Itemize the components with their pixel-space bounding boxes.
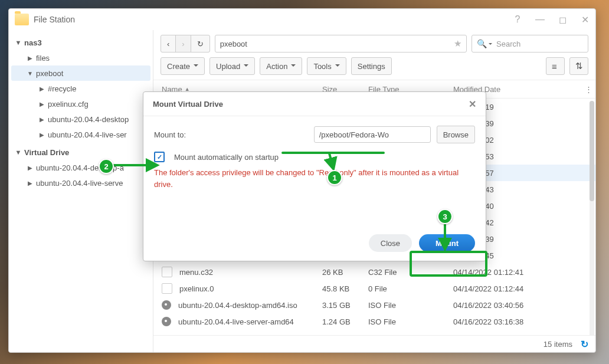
col-more-icon[interactable]: ⋮ bbox=[581, 85, 595, 94]
dialog-warning-text: The folder's access privilege will be ch… bbox=[154, 167, 475, 190]
path-text: pxeboot bbox=[220, 40, 247, 48]
window-titlebar: File Station ? — ◻ ✕ bbox=[9, 9, 595, 30]
tree-item-label: pxeboot bbox=[36, 69, 63, 78]
tree-root-virtual-drive[interactable]: ▼ Virtual Drive bbox=[11, 145, 150, 160]
tree-item-pxeboot[interactable]: ▼ pxeboot bbox=[11, 65, 150, 81]
chevron-right-icon: ▶ bbox=[38, 101, 45, 107]
status-bar: 15 items ↻ bbox=[153, 335, 595, 352]
chevron-right-icon: ▶ bbox=[27, 55, 34, 61]
annotation-badge-2: 2 bbox=[99, 159, 114, 174]
mount-virtual-drive-dialog: Mount Virtual Drive ✕ Mount to: /pxeboot… bbox=[143, 91, 486, 261]
file-icon bbox=[162, 267, 172, 277]
search-input[interactable]: 🔍 Search bbox=[472, 35, 588, 53]
tree-item-ubuntu-live-server[interactable]: ▶ ubuntu-20.04.4-live-ser bbox=[11, 127, 150, 142]
chevron-right-icon: ▶ bbox=[38, 86, 45, 92]
file-type: 0 File bbox=[368, 284, 453, 293]
sort-button[interactable]: ⇅ bbox=[569, 57, 588, 75]
file-name: menu.c32 bbox=[179, 268, 213, 277]
file-type: ISO File bbox=[368, 317, 453, 326]
tree-root-label: Virtual Drive bbox=[24, 148, 69, 157]
file-date: 04/14/2022 01:12:44 bbox=[453, 284, 595, 293]
file-size: 3.15 GB bbox=[322, 301, 368, 310]
file-date: 04/16/2022 03:16:38 bbox=[453, 317, 595, 326]
mount-to-input[interactable]: /pxeboot/Fedora-Wo bbox=[314, 126, 431, 143]
file-name: ubuntu-20.04.4-live-server-amd64 bbox=[178, 317, 294, 326]
annotation-box-mount bbox=[410, 251, 487, 277]
tree-item-pxelinux-cfg[interactable]: ▶ pxelinux.cfg bbox=[11, 96, 150, 112]
file-icon bbox=[162, 283, 172, 294]
settings-button[interactable]: Settings bbox=[351, 57, 392, 75]
action-button[interactable]: Action bbox=[260, 57, 302, 75]
browse-button[interactable]: Browse bbox=[437, 126, 475, 143]
tree-vd-item-2[interactable]: ▶ ubuntu-20.04.4-live-serve bbox=[11, 175, 150, 191]
file-date: 04/16/2022 03:40:56 bbox=[453, 301, 595, 310]
chevron-right-icon: ▶ bbox=[38, 132, 45, 138]
maximize-icon[interactable]: ◻ bbox=[558, 15, 567, 24]
upload-button[interactable]: Upload bbox=[209, 57, 255, 75]
nav-buttons: ‹ › ↻ bbox=[161, 35, 210, 53]
annotation-arrow-1 bbox=[323, 152, 341, 172]
chevron-down-icon: ▼ bbox=[15, 39, 22, 46]
close-button[interactable]: Close bbox=[369, 234, 412, 252]
create-button[interactable]: Create bbox=[161, 57, 205, 75]
status-reload-icon[interactable]: ↻ bbox=[581, 339, 588, 350]
tree-item-ubuntu-desktop[interactable]: ▶ ubuntu-20.04.4-desktop bbox=[11, 112, 150, 127]
dialog-close-icon[interactable]: ✕ bbox=[469, 99, 476, 110]
favorite-star-icon[interactable]: ★ bbox=[454, 38, 461, 49]
view-list-button[interactable]: ≡ bbox=[546, 57, 565, 75]
table-row[interactable]: pxelinux.045.8 KB0 File04/14/2022 01:12:… bbox=[153, 280, 595, 297]
window-title: File Station bbox=[34, 15, 75, 24]
file-name: pxelinux.0 bbox=[179, 284, 214, 293]
chevron-down-icon: ▼ bbox=[15, 149, 22, 156]
search-icon: 🔍 bbox=[477, 39, 487, 48]
search-placeholder: Search bbox=[496, 40, 520, 48]
file-name: ubuntu-20.04.4-desktop-amd64.iso bbox=[178, 301, 297, 310]
chevron-right-icon: ▶ bbox=[27, 180, 34, 186]
mount-to-value: /pxeboot/Fedora-Wo bbox=[319, 130, 389, 139]
sidebar: ▼ nas3 ▶ files ▼ pxeboot ▶ #recycle ▶ px… bbox=[9, 30, 153, 352]
tools-button[interactable]: Tools bbox=[307, 57, 346, 75]
chevron-right-icon: ▶ bbox=[38, 116, 45, 123]
file-size: 1.24 GB bbox=[322, 317, 368, 326]
file-size: 45.8 KB bbox=[322, 284, 368, 293]
close-icon[interactable]: ✕ bbox=[580, 15, 590, 24]
nav-back-button[interactable]: ‹ bbox=[161, 35, 176, 53]
annotation-badge-1: 1 bbox=[327, 170, 342, 185]
toolbar-row: Create Upload Action Tools Settings ≡ ⇅ bbox=[153, 57, 595, 80]
path-input[interactable]: pxeboot ★ bbox=[215, 35, 467, 53]
disc-icon bbox=[162, 300, 171, 310]
nav-forward-button[interactable]: › bbox=[175, 35, 191, 53]
tree-item-label: ubuntu-20.04.4-desktop bbox=[48, 115, 129, 124]
tree-item-files[interactable]: ▶ files bbox=[11, 50, 150, 65]
chevron-right-icon: ▶ bbox=[27, 165, 34, 171]
tree-item-label: ubuntu-20.04.4-live-serve bbox=[36, 179, 123, 188]
disc-icon bbox=[162, 317, 171, 326]
table-row[interactable]: menu.c3226 KBC32 File04/14/2022 01:12:41 bbox=[153, 264, 595, 280]
annotation-arrow-3 bbox=[440, 223, 452, 252]
dialog-title: Mount Virtual Drive bbox=[153, 100, 223, 109]
tree-item-label: files bbox=[36, 54, 50, 63]
auto-mount-label: Mount automatically on startup bbox=[174, 153, 279, 162]
table-row[interactable]: ubuntu-20.04.4-live-server-amd641.24 GBI… bbox=[153, 313, 595, 330]
annotation-arrow-2 bbox=[112, 159, 161, 171]
annotation-badge-3: 3 bbox=[437, 209, 453, 224]
tree-root-label: nas3 bbox=[24, 38, 42, 47]
dialog-header: Mount Virtual Drive ✕ bbox=[143, 92, 486, 116]
nav-reload-button[interactable]: ↻ bbox=[191, 35, 210, 53]
tree-item-label: ubuntu-20.04.4-live-ser bbox=[48, 130, 127, 139]
tree-item-label: #recycle bbox=[48, 84, 76, 93]
file-size: 26 KB bbox=[322, 268, 368, 277]
chevron-down-icon: ▼ bbox=[27, 70, 34, 77]
file-type: ISO File bbox=[368, 301, 453, 310]
mount-to-label: Mount to: bbox=[154, 130, 254, 139]
nav-row: ‹ › ↻ pxeboot ★ 🔍 Search bbox=[153, 30, 595, 57]
scrollbar[interactable] bbox=[590, 101, 594, 335]
table-row[interactable]: ubuntu-20.04.4-desktop-amd64.iso3.15 GBI… bbox=[153, 297, 595, 313]
app-icon bbox=[15, 14, 29, 25]
tree-item-recycle[interactable]: ▶ #recycle bbox=[11, 81, 150, 96]
tree-item-label: pxelinux.cfg bbox=[48, 100, 89, 109]
help-icon[interactable]: ? bbox=[513, 15, 522, 24]
minimize-icon[interactable]: — bbox=[535, 15, 545, 24]
tree-root-nas3[interactable]: ▼ nas3 bbox=[11, 35, 150, 50]
status-count: 15 items bbox=[543, 340, 572, 349]
